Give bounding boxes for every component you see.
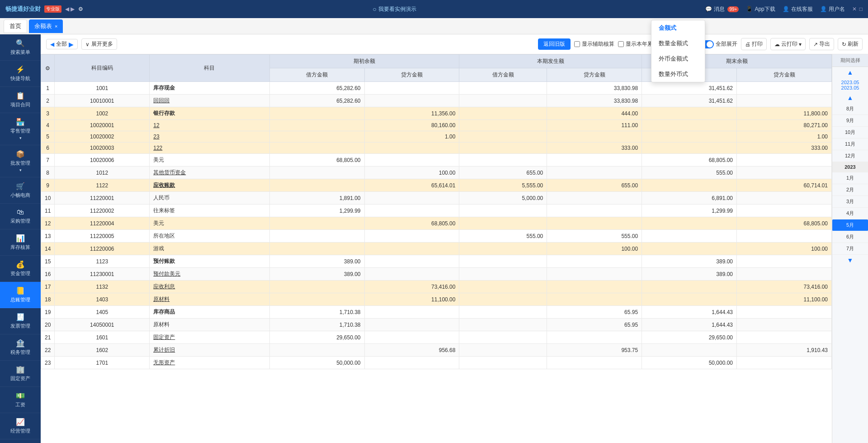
sidebar-item-ecommerce[interactable]: 🛒 小畅电商 bbox=[0, 177, 41, 204]
table-row: 211601固定资产29,650.0029,650.00 bbox=[41, 331, 832, 344]
row-code: 1001 bbox=[55, 82, 150, 95]
filter-tag[interactable]: ◀ 全部 ▶ bbox=[46, 39, 78, 49]
close-icon[interactable]: ✕ bbox=[852, 6, 857, 12]
row-code: 1701 bbox=[55, 357, 150, 369]
row-ob-dr bbox=[269, 179, 364, 192]
dropdown-item-foreign-amount[interactable]: 外币金额式 bbox=[651, 51, 705, 67]
month-2[interactable]: 2月 bbox=[832, 184, 868, 196]
row-name[interactable]: 无形资产 bbox=[150, 357, 269, 369]
table-row: 1011220001人民币1,891.005,000.006,891.00 bbox=[41, 192, 832, 205]
sidebar-item-project[interactable]: 📋 项目合同 bbox=[0, 87, 41, 113]
row-name[interactable]: 12 bbox=[150, 120, 269, 131]
sidebar-item-capital[interactable]: 💰 资金管理 bbox=[0, 256, 41, 282]
auxiliary-checkbox[interactable]: 显示辅助核算 bbox=[574, 40, 614, 48]
sidebar-item-purchase[interactable]: 🛍 采购管理 bbox=[0, 204, 41, 229]
user-btn[interactable]: 👤 用户名 bbox=[820, 5, 845, 13]
row-ob-dr: 1,299.99 bbox=[269, 205, 364, 217]
filter-arrow-icon[interactable]: ▶ bbox=[69, 41, 74, 48]
table-row: 610020003122333.00333.00 bbox=[41, 143, 832, 154]
row-name[interactable]: 23 bbox=[150, 131, 269, 143]
back-old-btn[interactable]: 返回旧版 bbox=[538, 38, 571, 50]
row-name[interactable]: 其他货币资金 bbox=[150, 167, 269, 179]
row-dr bbox=[459, 143, 547, 154]
quicknav-icon: ⚡ bbox=[16, 65, 25, 74]
code-col-header: 科目编码 bbox=[55, 55, 150, 82]
row-no: 6 bbox=[41, 143, 55, 154]
sidebar-item-quicknav[interactable]: ⚡ 快捷导航 bbox=[0, 61, 41, 87]
row-cb-dr: 1,644.43 bbox=[642, 306, 737, 319]
period-nav-up[interactable]: ▲ bbox=[832, 67, 868, 78]
sidebar-item-expense[interactable]: 💳 小畅报销 bbox=[0, 439, 41, 443]
tab-balance[interactable]: 余额表 × bbox=[29, 19, 63, 33]
month-4[interactable]: 4月 bbox=[832, 208, 868, 219]
sidebar-item-fixedasset[interactable]: 🏢 固定资产 bbox=[0, 361, 41, 387]
row-name[interactable]: 应收利息 bbox=[150, 281, 269, 293]
app-logo: 畅捷通好业财 bbox=[5, 5, 41, 13]
export-btn[interactable]: ↗ 导出 bbox=[809, 38, 834, 50]
row-ob-dr: 50,000.00 bbox=[269, 357, 364, 369]
table-row: 11001库存现金65,282.6033,830.9831,451.62 bbox=[41, 82, 832, 95]
month-7[interactable]: 7月 bbox=[832, 243, 868, 255]
sidebar-item-ledger[interactable]: 📒 总账管理 bbox=[0, 282, 41, 308]
month-11[interactable]: 11月 bbox=[832, 138, 868, 150]
row-name[interactable]: 原材料 bbox=[150, 293, 269, 306]
message-btn[interactable]: 💬 消息 99+ bbox=[705, 5, 739, 13]
download-btn[interactable]: 📱 App下载 bbox=[746, 5, 775, 13]
period-nav-up2[interactable]: ▲ bbox=[832, 92, 868, 103]
row-cb-cr bbox=[737, 255, 832, 268]
row-code: 1002 bbox=[55, 107, 150, 120]
month-5[interactable]: 5月 bbox=[832, 219, 868, 231]
month-10[interactable]: 10月 bbox=[832, 127, 868, 138]
sidebar-item-retail[interactable]: 🏪 零售管理 ▾ bbox=[0, 113, 41, 145]
maximize-icon[interactable]: □ bbox=[859, 6, 863, 12]
month-3[interactable]: 3月 bbox=[832, 196, 868, 208]
row-no: 12 bbox=[41, 217, 55, 230]
auxiliary-check-input[interactable] bbox=[574, 41, 580, 47]
ytd-check-input[interactable] bbox=[618, 41, 624, 47]
row-name[interactable]: 预付款美元 bbox=[150, 268, 269, 281]
row-code: 11220001 bbox=[55, 192, 150, 205]
service-btn[interactable]: 👤 在线客服 bbox=[783, 5, 813, 13]
cr-header: 贷方金额 bbox=[547, 68, 642, 82]
row-dr: 5,555.00 bbox=[459, 179, 547, 192]
row-ob-cr: 80,160.00 bbox=[364, 120, 459, 131]
sidebar-item-search[interactable]: 🔍 搜索菜单 bbox=[0, 34, 41, 61]
sidebar-item-invoice[interactable]: 🧾 发票管理 bbox=[0, 308, 41, 334]
month-12[interactable]: 12月 bbox=[832, 150, 868, 162]
row-cb-dr: 389.00 bbox=[642, 255, 737, 268]
row-name[interactable]: 122 bbox=[150, 143, 269, 154]
cloud-print-btn[interactable]: ☁ 云打印 ▾ bbox=[770, 38, 806, 50]
sidebar-item-salary[interactable]: 💵 工资 bbox=[0, 387, 41, 413]
refresh-btn[interactable]: ↻ 刷新 bbox=[838, 38, 863, 50]
row-cr: 655.00 bbox=[547, 179, 642, 192]
expand-more-btn[interactable]: ∨ 展开更多 bbox=[81, 38, 117, 50]
month-6[interactable]: 6月 bbox=[832, 231, 868, 243]
sidebar-item-tax[interactable]: 🏦 税务管理 bbox=[0, 334, 41, 361]
row-code: 1123 bbox=[55, 255, 150, 268]
row-name[interactable]: 应收账款 bbox=[150, 179, 269, 192]
month-1[interactable]: 1月 bbox=[832, 172, 868, 184]
row-name[interactable]: 累计折旧 bbox=[150, 344, 269, 357]
month-8[interactable]: 8月 bbox=[832, 103, 868, 115]
sidebar-item-wholesale[interactable]: 📦 批发管理 ▾ bbox=[0, 145, 41, 177]
tab-home[interactable]: 首页 bbox=[4, 19, 27, 33]
dropdown-item-qty-foreign[interactable]: 数量外币式 bbox=[651, 67, 705, 82]
row-dr bbox=[459, 217, 547, 230]
settings-icon[interactable]: ⚙ bbox=[78, 6, 83, 12]
table-row: 210010001回回回65,282.6033,830.9831,451.62 bbox=[41, 95, 832, 107]
expand-icon: ∨ bbox=[85, 41, 90, 48]
demo-link[interactable]: ○ 我要看实例演示 bbox=[373, 5, 416, 13]
period-nav-down[interactable]: ▼ bbox=[832, 255, 868, 266]
row-no: 11 bbox=[41, 205, 55, 217]
row-ob-cr bbox=[364, 306, 459, 319]
table-row: 1611230001预付款美元389.00389.00 bbox=[41, 268, 832, 281]
row-name[interactable]: 回回回 bbox=[150, 95, 269, 107]
sidebar-item-operations[interactable]: 📈 经营管理 bbox=[0, 413, 41, 439]
month-9[interactable]: 9月 bbox=[832, 115, 868, 127]
row-ob-dr: 389.00 bbox=[269, 268, 364, 281]
tab-close-icon[interactable]: × bbox=[55, 24, 57, 29]
print-btn[interactable]: 🖨 打印 bbox=[741, 38, 767, 50]
dropdown-item-qty-amount[interactable]: 数量金额式 bbox=[651, 36, 705, 51]
row-name[interactable]: 固定资产 bbox=[150, 331, 269, 344]
sidebar-item-inventory[interactable]: 📊 库存核算 bbox=[0, 229, 41, 256]
